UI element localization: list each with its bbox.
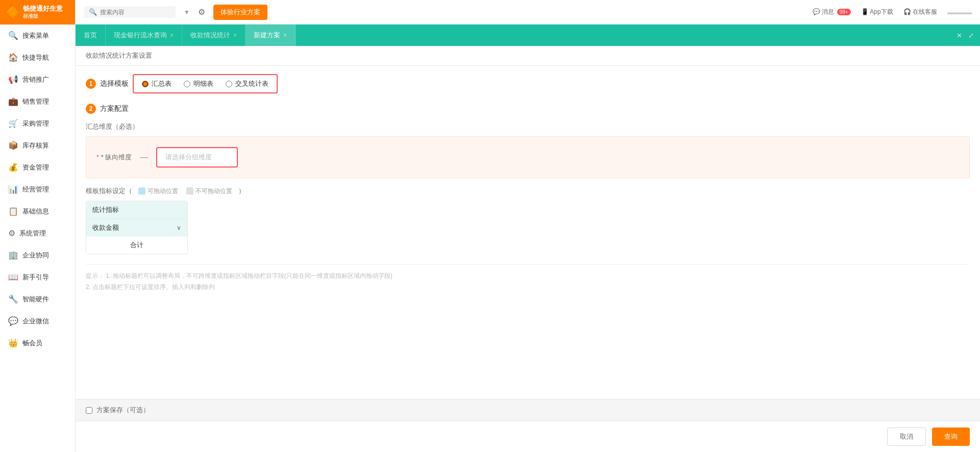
close-window-icon[interactable]: ✕ (957, 32, 962, 39)
app-name: 畅捷通好生意 (23, 5, 63, 13)
radio-detail[interactable]: 明细表 (184, 79, 213, 88)
topbar-dropdown[interactable]: ▼ (184, 9, 190, 16)
metrics-header-text: 统计指标 (92, 206, 119, 213)
sidebar-item-corp[interactable]: 🏢 企业协同 (0, 244, 75, 266)
sidebar-item-guide[interactable]: 📖 新手引导 (0, 266, 75, 288)
row-required-mark: * (96, 153, 101, 161)
dimension-placeholder: 请选择分组维度 (165, 153, 212, 162)
metrics-legend: 可拖动位置 不可拖动位置 (138, 187, 232, 196)
app-edition: 标准版 (23, 13, 63, 20)
topbar-right: 💬 消息 99+ 📱 App下载 🎧 在线客服 ▬▬▬▬ (813, 8, 972, 16)
home-icon: 🏠 (8, 53, 18, 62)
tabbar-actions: ✕ ⤢ (950, 25, 980, 46)
support-link[interactable]: 🎧 在线客服 (903, 8, 937, 16)
query-button[interactable]: 查询 (932, 427, 970, 446)
sidebar-item-label: 系统管理 (19, 229, 46, 238)
step1-header: 1 选择模板 汇总表 明细表 交叉统计表 (86, 74, 970, 93)
industry-btn[interactable]: 体验行业方案 (213, 5, 267, 20)
radio-summary-input[interactable] (142, 81, 149, 87)
inventory-icon: 📦 (8, 140, 18, 150)
sidebar-item-label: 资金管理 (22, 163, 49, 172)
sidebar-item-label: 采购管理 (22, 119, 49, 128)
guide-icon: 📖 (8, 272, 18, 282)
expand-window-icon[interactable]: ⤢ (968, 32, 974, 39)
save-checkbox[interactable] (86, 407, 92, 414)
sidebar-item-label: 畅会员 (22, 339, 42, 348)
footer: 取消 查询 (76, 421, 980, 452)
step2-section: 2 方案配置 汇总维度（必选） * * 纵向维度 — (86, 104, 970, 299)
basic-icon: 📋 (8, 206, 18, 216)
download-label: App下载 (870, 8, 893, 15)
radio-cross[interactable]: 交叉统计表 (226, 79, 268, 88)
tab-new-plan-label: 新建方案 (254, 31, 280, 40)
sales-icon: 💼 (8, 97, 18, 106)
main-area: 🔍 ▼ ⚙ 体验行业方案 💬 消息 99+ 📱 App下载 🎧 在线客服 ▬▬▬… (76, 0, 980, 452)
message-link[interactable]: 💬 消息 99+ (813, 8, 851, 16)
radio-detail-input[interactable] (184, 81, 190, 87)
tab-home[interactable]: 首页 (76, 25, 106, 46)
step1-num: 1 (86, 79, 96, 89)
sidebar-item-label: 搜索菜单 (22, 31, 49, 40)
sidebar-item-label: 销售管理 (22, 97, 49, 106)
sidebar-item-label: 企业微信 (22, 317, 49, 326)
dimension-selector[interactable]: 请选择分组维度 (156, 147, 238, 168)
tab-cash-flow-close[interactable]: × (170, 32, 174, 39)
sidebar-item-member[interactable]: 👑 畅会员 (0, 332, 75, 354)
fixed-dot (186, 187, 193, 195)
sidebar-item-label: 基础信息 (22, 207, 49, 216)
corp-icon: 🏢 (8, 250, 18, 260)
download-link[interactable]: 📱 App下载 (861, 8, 893, 16)
radio-summary[interactable]: 汇总表 (142, 79, 172, 88)
step2-num: 2 (86, 104, 96, 114)
sidebar-item-label: 营销推广 (22, 75, 49, 84)
tab-collection-close[interactable]: × (233, 32, 237, 39)
sidebar-item-management[interactable]: 📊 经营管理 (0, 178, 75, 200)
sidebar-item-marketing[interactable]: 📢 营销推广 (0, 68, 75, 90)
sidebar-logo: 🔶 畅捷通好生意 标准版 (0, 0, 75, 25)
content-body: 1 选择模板 汇总表 明细表 交叉统计表 (76, 66, 980, 399)
dimension-label: 汇总维度（必选） (86, 122, 970, 131)
gear-icon[interactable]: ⚙ (198, 7, 205, 17)
sidebar-item-system[interactable]: ⚙ 系统管理 (0, 222, 75, 244)
tab-cash-flow[interactable]: 现金银行流水查询 × (106, 25, 182, 46)
user-info: ▬▬▬▬ (947, 9, 972, 16)
sidebar-item-hardware[interactable]: 🔧 智能硬件 (0, 288, 75, 310)
sidebar: 🔶 畅捷通好生意 标准版 🔍 搜索菜单 🏠 快捷导航 📢 营销推广 💼 销售管理… (0, 0, 76, 452)
row-label-text: * 纵向维度 (101, 153, 132, 161)
save-label[interactable]: 方案保存（可选） (96, 406, 150, 415)
hardware-icon: 🔧 (8, 294, 18, 304)
step1-section: 1 选择模板 汇总表 明细表 交叉统计表 (86, 74, 970, 93)
breadcrumb-text: 收款情况统计方案设置 (86, 52, 152, 59)
search-icon: 🔍 (8, 31, 18, 40)
metrics-cell-total: 合计 (86, 236, 187, 254)
tip2: 2. 点击标题栏下拉可设置排序、插入列和删除列 (86, 282, 970, 293)
metrics-header: 模板指标设定（ 可拖动位置 不可拖动位置 ） (86, 186, 970, 196)
radio-cross-input[interactable] (226, 81, 232, 87)
tab-new-plan[interactable]: 新建方案 × (246, 25, 296, 46)
search-input[interactable] (100, 9, 161, 16)
sidebar-item-sales[interactable]: 💼 销售管理 (0, 90, 75, 112)
sidebar-item-inventory[interactable]: 📦 库存核算 (0, 134, 75, 156)
dimension-area: * * 纵向维度 — 请选择分组维度 (86, 136, 970, 178)
metrics-cell-amount[interactable]: 收款金额 ∨ (86, 219, 187, 236)
metrics-label: 模板指标设定（ (86, 186, 132, 196)
dropdown-label: ▼ (184, 9, 190, 16)
step2-header: 2 方案配置 (86, 104, 970, 114)
cancel-button[interactable]: 取消 (887, 427, 926, 446)
metrics-dropdown-icon[interactable]: ∨ (177, 224, 181, 231)
sidebar-item-basic[interactable]: 📋 基础信息 (0, 200, 75, 222)
row-dimension-label: * * 纵向维度 (96, 153, 132, 162)
finance-icon: 💰 (8, 162, 18, 172)
support-label: 在线客服 (913, 8, 937, 15)
sidebar-item-purchase[interactable]: 🛒 采购管理 (0, 112, 75, 134)
sidebar-item-finance[interactable]: 💰 资金管理 (0, 156, 75, 178)
metrics-amount-label: 收款金额 (92, 223, 119, 232)
sidebar-item-nav[interactable]: 🏠 快捷导航 (0, 46, 75, 68)
sidebar-item-wechat[interactable]: 💬 企业微信 (0, 310, 75, 332)
search-box[interactable]: 🔍 (84, 6, 176, 18)
template-options: 汇总表 明细表 交叉统计表 (133, 74, 278, 93)
tab-new-plan-close[interactable]: × (283, 32, 287, 39)
tab-collection-stats[interactable]: 收款情况统计 × (182, 25, 246, 46)
step1-title: 选择模板 (100, 79, 129, 88)
sidebar-item-search[interactable]: 🔍 搜索菜单 (0, 25, 75, 46)
